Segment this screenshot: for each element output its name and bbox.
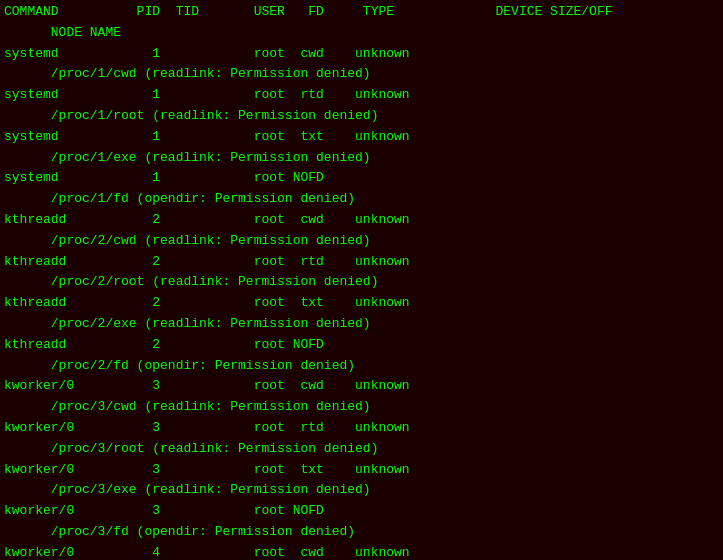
table-row: kworker/0 3 root NOFD [4,501,719,522]
table-row: /proc/3/root (readlink: Permission denie… [4,439,719,460]
table-row: /proc/2/fd (opendir: Permission denied) [4,356,719,377]
table-row: /proc/2/cwd (readlink: Permission denied… [4,231,719,252]
table-row: kthreadd 2 root txt unknown [4,293,719,314]
table-row: /proc/1/root (readlink: Permission denie… [4,106,719,127]
table-row: systemd 1 root NOFD [4,168,719,189]
table-row: kworker/0 3 root cwd unknown [4,376,719,397]
table-row: systemd 1 root rtd unknown [4,85,719,106]
table-row: /proc/2/exe (readlink: Permission denied… [4,314,719,335]
table-row: kworker/0 4 root cwd unknown [4,543,719,560]
table-row: kthreadd 2 root NOFD [4,335,719,356]
table-row: /proc/2/root (readlink: Permission denie… [4,272,719,293]
output-rows: systemd 1 root cwd unknown /proc/1/cwd (… [4,44,719,560]
table-row: /proc/1/cwd (readlink: Permission denied… [4,64,719,85]
table-row: /proc/3/exe (readlink: Permission denied… [4,480,719,501]
table-row: kworker/0 3 root txt unknown [4,460,719,481]
table-row: systemd 1 root txt unknown [4,127,719,148]
table-row: /proc/1/exe (readlink: Permission denied… [4,148,719,169]
table-row: kthreadd 2 root cwd unknown [4,210,719,231]
table-row: /proc/1/fd (opendir: Permission denied) [4,189,719,210]
table-row: kthreadd 2 root rtd unknown [4,252,719,273]
table-row: /proc/3/fd (opendir: Permission denied) [4,522,719,543]
header-line: COMMAND PID TID USER FD TYPE DEVICE SIZE… [4,2,719,44]
table-row: /proc/3/cwd (readlink: Permission denied… [4,397,719,418]
terminal-window[interactable]: COMMAND PID TID USER FD TYPE DEVICE SIZE… [0,0,723,560]
table-row: systemd 1 root cwd unknown [4,44,719,65]
table-row: kworker/0 3 root rtd unknown [4,418,719,439]
